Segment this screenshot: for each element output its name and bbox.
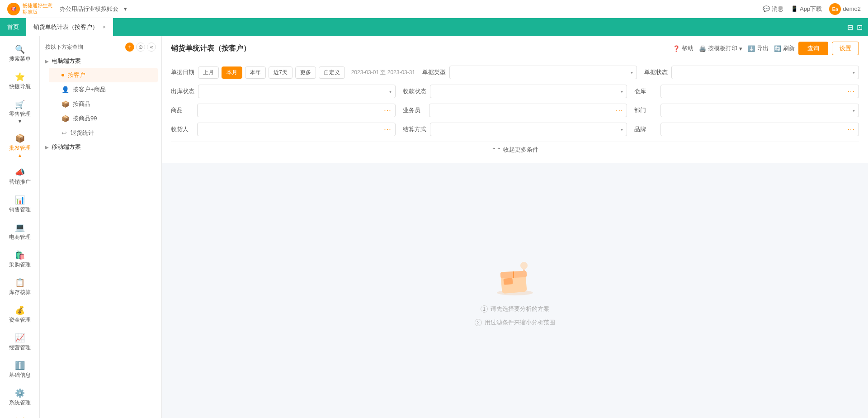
date-btn-more[interactable]: 更多 xyxy=(295,66,316,79)
sidebar-item-retail[interactable]: 🛒 零售管理 ▾ xyxy=(0,95,39,129)
page-title: 销货单统计表（按客户） xyxy=(171,44,250,53)
scheme-add-btn[interactable]: + xyxy=(125,43,134,52)
sidebar-item-basic-info[interactable]: ℹ️ 基础信息 xyxy=(0,356,39,384)
mobile-group-expand-icon: ▶ xyxy=(45,145,49,150)
sidebar-item-search[interactable]: 🔍 搜索菜单 xyxy=(0,40,39,67)
tab-home[interactable]: 首页 xyxy=(0,18,26,36)
tab-bar-actions: ⊟ ⊡ xyxy=(847,23,868,32)
template-print-btn[interactable]: 🖨️ 按模板打印 ▾ xyxy=(699,44,742,52)
top-bar-dropdown-icon[interactable]: ▾ xyxy=(124,5,127,12)
settlement-label: 结算方式 xyxy=(403,125,426,133)
dept-select[interactable]: ▾ xyxy=(660,104,859,117)
avatar: Ea xyxy=(829,3,841,15)
management-icon: 📈 xyxy=(2,333,38,343)
sidebar-item-ecommerce[interactable]: 💻 电商管理 xyxy=(0,218,39,246)
doc-status-dropdown-icon: ▾ xyxy=(853,70,855,75)
receiver-select[interactable]: ··· xyxy=(197,123,396,136)
filter-area: 单据日期 上月 本月 本年 近7天 更多 自定义 2023-03-01 至 20… xyxy=(162,60,868,163)
date-btn-custom[interactable]: 自定义 xyxy=(319,66,345,79)
empty-step-2: 2 用过滤条件来缩小分析范围 xyxy=(475,318,555,327)
scheme-collapse-btn[interactable]: « xyxy=(147,43,156,52)
filter-dept-item: 部门 ▾ xyxy=(634,104,859,117)
navigation-icon: ⭐ xyxy=(2,72,38,82)
brand-label: 品牌 xyxy=(634,125,657,133)
salesperson-select[interactable]: ··· xyxy=(429,104,627,117)
brand-select[interactable]: ··· xyxy=(660,123,859,136)
sidebar-item-inventory[interactable]: 📋 库存核算 xyxy=(0,273,39,301)
scheme-item-return[interactable]: ↩ 退货统计 xyxy=(49,126,158,140)
filter-row-4: 收货人 ··· 结算方式 ▾ 品牌 xyxy=(171,123,859,136)
goods-select[interactable]: ··· xyxy=(197,104,396,117)
customer-goods-icon: 👤 xyxy=(61,86,69,93)
warehouse-more-icon: ··· xyxy=(848,87,855,95)
goods99-icon: 📦 xyxy=(61,115,69,122)
refresh-btn[interactable]: 🔄 刷新 xyxy=(774,44,795,52)
scheme-group-desktop-label: 电脑端方案 xyxy=(52,57,81,65)
sidebar-item-enterprise[interactable]: 🤝 企业协同 xyxy=(0,411,39,418)
receiver-label: 收货人 xyxy=(171,125,193,133)
collapse-btn[interactable]: ⌃⌃ 收起更多条件 xyxy=(491,146,538,154)
scheme-panel-title: 按以下方案查询 xyxy=(45,43,83,51)
settings-button[interactable]: 设置 xyxy=(832,42,859,55)
date-btn-this-month[interactable]: 本月 xyxy=(222,66,242,79)
top-bar-title: 办公用品行业模拟账套 xyxy=(60,5,118,13)
scheme-item-by-goods99[interactable]: 📦 按商品99 xyxy=(49,111,158,126)
settlement-select[interactable]: ▾ xyxy=(430,123,627,136)
filter-settlement-item: 结算方式 ▾ xyxy=(403,123,627,136)
doc-status-select[interactable]: ▾ xyxy=(671,66,859,79)
tab-close-icon[interactable]: × xyxy=(103,24,106,30)
tab-statistics[interactable]: 销货单统计表（按客户） × xyxy=(26,18,113,36)
receipt-status-select[interactable]: ▾ xyxy=(430,85,627,98)
query-button[interactable]: 查询 xyxy=(798,42,828,55)
warehouse-select[interactable]: ··· xyxy=(660,85,859,98)
ecommerce-icon: 💻 xyxy=(2,223,38,233)
filter-brand-item: 品牌 ··· xyxy=(634,123,859,136)
collapse-row: ⌃⌃ 收起更多条件 xyxy=(171,142,859,157)
doc-type-select[interactable]: ▾ xyxy=(449,66,637,79)
filter-row-3: 商品 ··· 业务员 ··· 部门 xyxy=(171,104,859,117)
app-download-btn[interactable]: 📱 App下载 xyxy=(791,5,822,13)
date-btn-last-7-days[interactable]: 近7天 xyxy=(269,66,292,79)
window-minimize-icon[interactable]: ⊟ xyxy=(847,23,853,32)
scheme-item-by-customer-goods[interactable]: 👤 按客户+商品 xyxy=(49,82,158,97)
help-btn[interactable]: ❓ 帮助 xyxy=(673,44,693,52)
scheme-group-mobile-label: 移动端方案 xyxy=(52,143,81,151)
date-btn-last-month[interactable]: 上月 xyxy=(198,66,219,79)
export-btn[interactable]: ⬇️ 导出 xyxy=(748,44,769,52)
sidebar-item-management[interactable]: 📈 经营管理 xyxy=(0,328,39,356)
sidebar-item-navigation[interactable]: ⭐ 快捷导航 xyxy=(0,67,39,95)
user-area[interactable]: Ea demo2 xyxy=(829,3,861,15)
finance-icon: 💰 xyxy=(2,305,38,315)
sidebar-item-sales[interactable]: 📊 销售管理 xyxy=(0,190,39,218)
scheme-item-by-goods[interactable]: 📦 按商品 xyxy=(49,97,158,111)
logo-area: 🎯 畅捷通好生意 标准版 xyxy=(7,3,52,15)
scheme-group-desktop: ▶ 电脑端方案 按客户 👤 按客户+商品 📦 按商品 xyxy=(40,54,161,140)
scheme-group-mobile-header[interactable]: ▶ 移动端方案 xyxy=(43,140,158,154)
scheme-item-by-customer[interactable]: 按客户 xyxy=(49,68,158,82)
sidebar-item-finance[interactable]: 💰 资金管理 xyxy=(0,301,39,328)
scheme-edit-btn[interactable]: ⊙ xyxy=(136,43,145,52)
retail-icon: 🛒 xyxy=(2,100,38,109)
sidebar-item-marketing[interactable]: 📣 营销推广 xyxy=(0,163,39,190)
sidebar-item-system[interactable]: ⚙️ 系统管理 xyxy=(0,384,39,411)
page-actions: ❓ 帮助 🖨️ 按模板打印 ▾ ⬇️ 导出 xyxy=(673,44,795,52)
window-maximize-icon[interactable]: ⊡ xyxy=(857,23,863,32)
page-header-actions-area: ❓ 帮助 🖨️ 按模板打印 ▾ ⬇️ 导出 xyxy=(673,42,859,55)
filter-receiver-item: 收货人 ··· xyxy=(171,123,396,136)
sales-icon: 📊 xyxy=(2,195,38,205)
print-icon: 🖨️ xyxy=(699,45,706,52)
sidebar-item-wholesale[interactable]: 📦 批发管理 ▴ xyxy=(0,129,39,163)
out-status-select[interactable]: ▾ xyxy=(198,85,396,98)
message-btn[interactable]: 💬 消息 xyxy=(763,5,783,13)
date-btn-this-year[interactable]: 本年 xyxy=(245,66,266,79)
tab-statistics-label: 销货单统计表（按客户） xyxy=(33,23,98,31)
date-range-display: 2023-03-01 至 2023-03-31 xyxy=(351,69,415,76)
filter-receipt-status-item: 收款状态 ▾ xyxy=(403,85,627,98)
doc-type-dropdown-icon: ▾ xyxy=(631,70,633,75)
sidebar-item-purchase[interactable]: 🛍️ 采购管理 xyxy=(0,246,39,273)
basic-info-icon: ℹ️ xyxy=(2,361,38,370)
step-2-num: 2 xyxy=(475,319,482,326)
goods-label: 商品 xyxy=(171,106,193,114)
scheme-group-desktop-header[interactable]: ▶ 电脑端方案 xyxy=(43,54,158,68)
empty-state: 1 请先选择要分析的方案 2 用过滤条件来缩小分析范围 xyxy=(162,163,868,418)
